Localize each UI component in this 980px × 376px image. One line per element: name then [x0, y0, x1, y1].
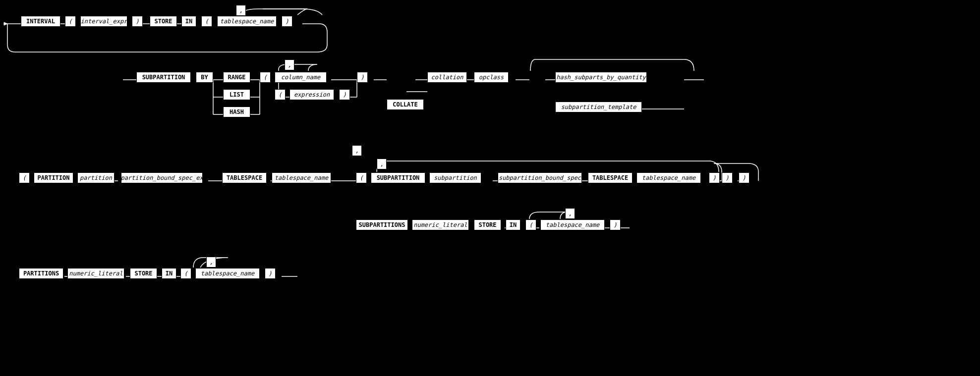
hash-subparts-token: hash_subparts_by_quantity: [555, 72, 647, 83]
comma-loop-3: ,: [352, 145, 362, 156]
comma-loop-2: ,: [285, 59, 294, 70]
subpartition-name-token: subpartition: [429, 172, 481, 183]
hash-token: HASH: [223, 107, 250, 117]
opclass-token: opclass: [474, 72, 509, 83]
paren-close-6: ): [709, 172, 720, 183]
paren-close-3: ): [357, 72, 368, 83]
in-token-1: IN: [181, 16, 196, 27]
connector-lines: [0, 0, 980, 376]
paren-open-5: (: [19, 172, 30, 183]
paren-open-6: (: [356, 172, 367, 183]
paren-open-1: (: [65, 16, 76, 27]
tablespace-name-5: tablespace_name: [195, 268, 260, 279]
subpartitions-kw-token: SUBPARTITIONS: [356, 219, 408, 230]
in-token-2: IN: [506, 219, 520, 230]
in-token-3: IN: [162, 268, 176, 279]
paren-open-8: (: [180, 268, 191, 279]
tablespace-kw-2: TABLESPACE: [222, 172, 267, 183]
comma-loop-1: ,: [236, 5, 246, 16]
column-name-token: column_name: [275, 72, 327, 83]
comma-loop-4: ,: [377, 159, 387, 169]
paren-open-2: (: [201, 16, 212, 27]
list-token: LIST: [223, 89, 250, 100]
paren-close-4: ): [339, 89, 350, 100]
partition-bound-token: partition_bound_spec_ex: [121, 172, 203, 183]
numeric-literal-1: numeric_literal: [412, 219, 469, 230]
interval-token: INTERVAL: [21, 16, 60, 27]
subpartition-token-1: SUBPARTITION: [136, 72, 191, 83]
tablespace-name-1: tablespace_name: [217, 16, 277, 27]
paren-close-5: ): [722, 172, 733, 183]
expression-token: expression: [289, 89, 334, 100]
paren-close-outer: ): [739, 172, 749, 183]
subpartition-bound-token: subpartition_bound_spec: [498, 172, 582, 183]
partition-kw-token: PARTITION: [34, 172, 73, 183]
paren-open-7: (: [525, 219, 536, 230]
numeric-literal-2: numeric_literal: [67, 268, 124, 279]
range-token: RANGE: [223, 72, 250, 83]
store-token-1: STORE: [150, 16, 177, 27]
tablespace-name-2: tablespace_name: [272, 172, 331, 183]
interval-expr-token: interval_expr: [80, 16, 127, 27]
tablespace-name-3: tablespace_name: [636, 172, 701, 183]
subpartition-kw-token: SUBPARTITION: [371, 172, 425, 183]
comma-loop-5: ,: [565, 208, 575, 219]
paren-open-3: (: [260, 72, 271, 83]
tablespace-kw-3: TABLESPACE: [588, 172, 633, 183]
by-token: BY: [196, 72, 213, 83]
paren-open-4: (: [275, 89, 286, 100]
syntax-diagram: INTERVAL ( interval_expr ) STORE IN ( , …: [0, 0, 980, 376]
partition-name-token: partition: [77, 172, 115, 183]
paren-close-1: ): [132, 16, 143, 27]
partitions-kw-token: PARTITIONS: [19, 268, 63, 279]
collate-token: COLLATE: [387, 99, 424, 110]
collation-token: collation: [427, 72, 467, 83]
paren-close-8: ): [265, 268, 276, 279]
tablespace-name-4: tablespace_name: [540, 219, 605, 230]
paren-close-7: ): [610, 219, 621, 230]
store-token-3: STORE: [130, 268, 157, 279]
subpartition-template-token: subpartition_template: [555, 102, 642, 112]
comma-loop-6: ,: [206, 257, 216, 268]
paren-close-2: ): [282, 16, 292, 27]
store-token-2: STORE: [474, 219, 501, 230]
svg-marker-1: [4, 22, 7, 25]
